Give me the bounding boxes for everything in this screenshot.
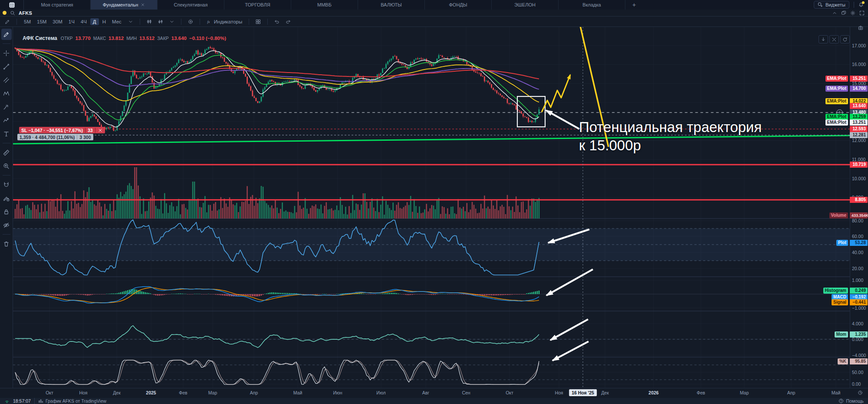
text-tool[interactable] bbox=[1, 128, 12, 139]
draw-tool[interactable] bbox=[1, 29, 12, 40]
timeframe-Д[interactable]: Д bbox=[90, 18, 99, 25]
timeframe-15M[interactable]: 15M bbox=[34, 18, 49, 25]
style-dropdown-chevron[interactable] bbox=[167, 18, 177, 25]
chart-float-buttons bbox=[819, 35, 850, 43]
divider bbox=[34, 398, 35, 404]
tab-ММВБ[interactable]: ММВБ bbox=[291, 0, 358, 10]
help-button[interactable]: Помощь bbox=[838, 398, 864, 404]
expand-icon[interactable] bbox=[859, 10, 865, 16]
axis-tick-main: 10.000 bbox=[852, 176, 866, 181]
parallel-channel-tool[interactable] bbox=[1, 74, 12, 86]
tab-label: ФОНДЫ bbox=[449, 2, 467, 7]
change-value: −0.110 (−0.80%) bbox=[189, 36, 226, 41]
tab-Моя стратегия[interactable]: Моя стратегия bbox=[24, 0, 91, 10]
position-qty: 3 300 bbox=[77, 135, 93, 140]
compare-button[interactable] bbox=[186, 18, 195, 25]
app-menu-button[interactable] bbox=[0, 0, 24, 10]
undo-button[interactable] bbox=[272, 18, 282, 25]
close-icon[interactable] bbox=[95, 128, 105, 133]
hide-tool[interactable] bbox=[1, 219, 12, 231]
time-label-Сен: Сен bbox=[457, 390, 476, 395]
time-label-Мар: Мар bbox=[735, 390, 754, 395]
instrument-name[interactable]: АФК Система bbox=[23, 35, 57, 41]
tab-Вкладка[interactable]: Вкладка bbox=[559, 0, 625, 10]
tab-label: Спекулятивная bbox=[174, 2, 208, 7]
forecast-tool[interactable] bbox=[1, 101, 12, 113]
widgets-button[interactable]: Виджеты bbox=[814, 1, 849, 9]
widgets-label: Виджеты bbox=[825, 2, 845, 7]
timeframe-Н[interactable]: Н bbox=[100, 18, 108, 25]
chart-attribution[interactable]: График AFKS от TradingView bbox=[38, 398, 106, 404]
timeframe-4Ч[interactable]: 4Ч bbox=[78, 18, 89, 25]
trend-line-tool[interactable] bbox=[1, 61, 12, 72]
indicators-label: Индикаторы bbox=[214, 19, 242, 24]
divider bbox=[3, 43, 10, 44]
divider bbox=[3, 143, 10, 143]
divider bbox=[200, 19, 200, 25]
open-label: ОТКР bbox=[61, 36, 73, 41]
tab-close-icon[interactable] bbox=[141, 3, 145, 7]
timeframe-1Ч[interactable]: 1Ч bbox=[66, 18, 77, 25]
trading-terminal: Моя стратегияФундаментальнСпекулятивнаяТ… bbox=[0, 0, 868, 404]
remove-tool[interactable] bbox=[1, 238, 12, 249]
time-label-Ноя: Ноя bbox=[549, 390, 569, 395]
candles-style-icon[interactable] bbox=[145, 18, 154, 25]
tab-label: ММВБ bbox=[317, 2, 332, 7]
timeframe-30M[interactable]: 30M bbox=[50, 18, 65, 25]
layout-windows-icon[interactable] bbox=[841, 10, 846, 16]
tab-Спекулятивная[interactable]: Спекулятивная bbox=[158, 0, 224, 10]
tab-ТОРГОВЛЯ[interactable]: ТОРГОВЛЯ bbox=[224, 0, 291, 10]
time-label-Авг: Авг bbox=[416, 390, 435, 395]
price-chart[interactable] bbox=[13, 27, 850, 388]
bars-style-icon[interactable] bbox=[156, 18, 165, 25]
trajectory-annotation: Потенциальная траектория к 15.000р bbox=[579, 118, 762, 155]
time-axis[interactable]: ОктНояДек2025ФевМарАпрМайИюнИюлАвгСенОкт… bbox=[0, 388, 868, 398]
tab-label: ЭШЕЛОН bbox=[514, 2, 536, 7]
redo-button[interactable] bbox=[283, 18, 293, 25]
timeframe-dropdown-chevron[interactable] bbox=[126, 18, 135, 25]
crosshair-tool[interactable] bbox=[1, 47, 12, 59]
layout-grid-button[interactable] bbox=[253, 18, 263, 25]
gear-icon[interactable] bbox=[850, 10, 855, 16]
xabcd-pattern-tool[interactable] bbox=[1, 88, 12, 99]
search-icon[interactable] bbox=[10, 10, 15, 16]
indicators-button[interactable]: fx Индикаторы bbox=[204, 18, 244, 25]
scroll-to-latest-button[interactable] bbox=[819, 35, 828, 43]
connection-signal-icon bbox=[4, 398, 10, 404]
axis-tick-main: 15.000 bbox=[852, 81, 866, 86]
position-pnl-label[interactable]: 1,359 · 4 484,700 (11,06%) 3 300 bbox=[17, 134, 93, 140]
axis-tick-stoch: 0.00 bbox=[852, 381, 861, 387]
chevron-up-icon[interactable] bbox=[832, 10, 837, 16]
tab-Фундаментальн[interactable]: Фундаментальн bbox=[91, 0, 158, 10]
time-label-Окт: Окт bbox=[500, 390, 519, 395]
tab-ФОНДЫ[interactable]: ФОНДЫ bbox=[425, 0, 492, 10]
time-label-Дек: Дек bbox=[595, 390, 615, 395]
tab-ВАЛЮТЫ[interactable]: ВАЛЮТЫ bbox=[358, 0, 425, 10]
draw-tool-button[interactable] bbox=[3, 18, 12, 25]
drawing-lock-tool[interactable] bbox=[1, 192, 12, 204]
notifications-bell-icon[interactable] bbox=[858, 2, 864, 7]
collapse-pane-button[interactable] bbox=[829, 35, 839, 43]
axis-tick-macd: 1.000 bbox=[852, 278, 863, 283]
zigzag-tool[interactable] bbox=[1, 115, 12, 126]
zoom-in-tool[interactable] bbox=[1, 160, 12, 172]
stop-loss-label[interactable]: SL −1,047 · −34,551 (−7,67%) 33 bbox=[19, 127, 105, 133]
symbolbar-right-icons bbox=[832, 10, 868, 16]
axis-tick-main: 9.000 bbox=[852, 195, 863, 200]
lock-tool[interactable] bbox=[1, 206, 12, 217]
add-tab-button[interactable]: + bbox=[625, 0, 643, 10]
price-axis[interactable]: 17.00016.00015.00012.00011.00010.0009.00… bbox=[850, 27, 868, 388]
session-clock-icon[interactable] bbox=[858, 390, 863, 395]
high-value: 13.812 bbox=[108, 36, 124, 41]
high-label: МАКС bbox=[93, 36, 106, 41]
timeframe-Мес[interactable]: Мес bbox=[109, 18, 124, 25]
symbol-name[interactable]: AFKS bbox=[19, 10, 32, 16]
magnet-tool[interactable] bbox=[1, 179, 12, 190]
tab-ЭШЕЛОН[interactable]: ЭШЕЛОН bbox=[492, 0, 559, 10]
tab-label: Моя стратегия bbox=[41, 2, 73, 7]
timeframe-5M[interactable]: 5M bbox=[21, 18, 33, 25]
reset-chart-button[interactable] bbox=[840, 35, 850, 43]
time-label-Дек: Дек bbox=[107, 390, 126, 395]
ruler-tool[interactable] bbox=[1, 147, 12, 158]
screenshot-camera-icon[interactable] bbox=[858, 25, 863, 30]
